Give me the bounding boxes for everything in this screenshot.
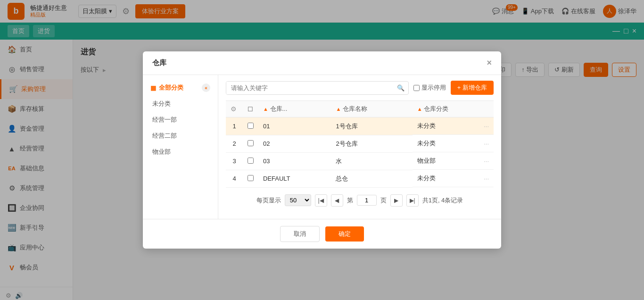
next-page-btn[interactable]: ▶ [390, 194, 403, 207]
search-box[interactable]: 🔍 [226, 81, 409, 95]
row-name: 1号仓库 [331, 117, 412, 135]
show-disabled-checkbox[interactable] [413, 85, 420, 91]
dialog-close-btn[interactable]: × [487, 58, 492, 68]
row-more-btn[interactable]: ··· [484, 175, 489, 182]
row-code: 02 [258, 135, 331, 152]
dialog-sidebar: ▦ 全部分类 « 未分类 经营一部 经营二部 物业部 [143, 75, 218, 219]
total-info: 共1页, 4条记录 [422, 196, 463, 205]
row-num: 2 [226, 135, 243, 152]
row-checkbox[interactable] [243, 170, 258, 187]
row-category: 物业部··· [413, 152, 494, 170]
row-code: DEFAULT [258, 170, 331, 187]
prev-page-btn[interactable]: ◀ [331, 194, 343, 207]
row-checkbox[interactable] [243, 135, 258, 152]
category-unclassified[interactable]: 未分类 [143, 96, 218, 112]
per-page-select[interactable]: 50 100 200 [285, 194, 311, 206]
collapse-sidebar-btn[interactable]: « [202, 83, 210, 92]
th-checkbox: ☐ [243, 101, 258, 117]
row-name: 水 [331, 152, 412, 170]
page-suffix: 页 [380, 196, 387, 205]
dialog-title: 仓库 [152, 58, 166, 67]
page-input[interactable] [357, 195, 377, 206]
row-more-btn[interactable]: ··· [484, 123, 489, 130]
dialog-footer: 取消 确定 [143, 219, 501, 249]
dialog-main: 🔍 显示停用 + 新增仓库 ⚙ ☐ ▲ 仓库... [218, 75, 501, 219]
row-more-btn[interactable]: ··· [484, 158, 489, 165]
all-category-label: 全部分类 [159, 83, 183, 92]
warehouse-table: ⚙ ☐ ▲ 仓库... ▲ 仓库名称 ▲ 仓库分类 1 01 1号仓库 未分类·… [226, 100, 494, 188]
row-num: 3 [226, 152, 243, 170]
th-code: ▲ 仓库... [258, 101, 331, 117]
row-checkbox[interactable] [243, 117, 258, 135]
row-category: 未分类··· [413, 135, 494, 152]
row-category: 未分类··· [413, 170, 494, 187]
table-header-row: ⚙ ☐ ▲ 仓库... ▲ 仓库名称 ▲ 仓库分类 [226, 101, 494, 117]
row-category: 未分类··· [413, 117, 494, 135]
search-icon[interactable]: 🔍 [393, 84, 408, 92]
category-property[interactable]: 物业部 [143, 144, 218, 160]
show-disabled-toggle[interactable]: 显示停用 [413, 83, 446, 92]
table-row: 2 02 2号仓库 未分类··· [226, 135, 494, 152]
th-settings: ⚙ [226, 101, 243, 117]
sort-code-icon: ▲ [263, 106, 268, 112]
add-warehouse-btn[interactable]: + 新增仓库 [451, 81, 494, 95]
show-disabled-label: 显示停用 [421, 83, 446, 92]
th-category: ▲ 仓库分类 [413, 101, 494, 117]
sort-name-icon: ▲ [336, 106, 341, 112]
table-row: 1 01 1号仓库 未分类··· [226, 117, 494, 135]
th-name: ▲ 仓库名称 [331, 101, 412, 117]
cancel-button[interactable]: 取消 [280, 226, 320, 242]
sort-cat-icon: ▲ [417, 106, 422, 112]
last-page-btn[interactable]: ▶| [406, 194, 419, 207]
row-more-btn[interactable]: ··· [484, 140, 489, 147]
all-category-item[interactable]: ▦ 全部分类 « [143, 80, 218, 96]
dialog-header: 仓库 × [143, 51, 501, 75]
modal-overlay: 仓库 × ▦ 全部分类 « 未分类 经营一部 经营二部 物业部 [0, 0, 644, 300]
grid-icon: ▦ [150, 84, 156, 92]
warehouse-dialog: 仓库 × ▦ 全部分类 « 未分类 经营一部 经营二部 物业部 [143, 51, 501, 249]
table-row: 4 DEFAULT 总仓 未分类··· [226, 170, 494, 187]
table-row: 3 03 水 物业部··· [226, 152, 494, 170]
row-num: 1 [226, 117, 243, 135]
row-name: 2号仓库 [331, 135, 412, 152]
page-label: 第 [347, 196, 353, 205]
dialog-toolbar: 🔍 显示停用 + 新增仓库 [226, 81, 494, 95]
confirm-button[interactable]: 确定 [325, 226, 364, 242]
pagination: 每页显示 50 100 200 |◀ ◀ 第 页 ▶ ▶| 共1页, 4条记录 [226, 188, 494, 213]
row-checkbox[interactable] [243, 152, 258, 170]
settings-col-icon: ⚙ [231, 105, 237, 113]
row-code: 03 [258, 152, 331, 170]
per-page-label: 每页显示 [256, 196, 281, 205]
row-code: 01 [258, 117, 331, 135]
dialog-body: ▦ 全部分类 « 未分类 经营一部 经营二部 物业部 🔍 [143, 75, 501, 219]
row-num: 4 [226, 170, 243, 187]
row-name: 总仓 [331, 170, 412, 187]
category-ops2[interactable]: 经营二部 [143, 128, 218, 144]
search-input[interactable] [226, 82, 393, 94]
first-page-btn[interactable]: |◀ [315, 194, 327, 207]
category-ops1[interactable]: 经营一部 [143, 112, 218, 128]
